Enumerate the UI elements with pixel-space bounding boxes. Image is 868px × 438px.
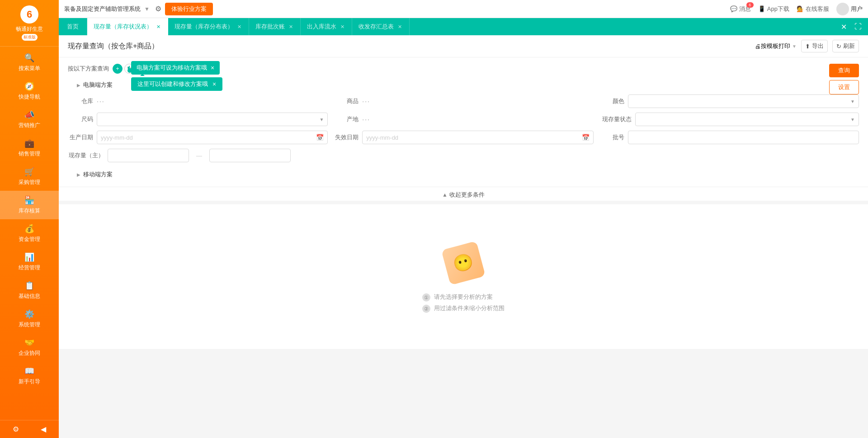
origin-dots-btn[interactable]: ··· (362, 116, 370, 123)
add-scheme-btn[interactable]: + (113, 64, 123, 74)
tab-batch-account-label: 库存批次账 (255, 23, 285, 31)
filter-field-produce-date: 生产日期 yyyy-mm-dd 📅 (68, 131, 328, 144)
scheme-tooltip-close[interactable]: × (211, 64, 214, 71)
purchase-icon: 🛒 (24, 167, 34, 177)
printer-icon: 🖨 (755, 43, 761, 50)
expire-date-start[interactable]: yyyy-mm-dd 📅 (362, 131, 593, 144)
sidebar-item-inventory[interactable]: 🏪 库存核算 (0, 191, 59, 219)
sidebar-item-system[interactable]: ⚙️ 系统管理 (0, 305, 59, 333)
tab-batch-account-close[interactable]: ✕ (288, 24, 294, 30)
tab-inout-flow[interactable]: 出入库流水 ✕ (301, 18, 352, 35)
main-content: 现存量查询（按仓库+商品） 🖨 按模板打印 ▼ ⬆ 导出 ↻ 刷新 按以下方案查… (59, 35, 868, 438)
empty-hint-num-1: ① (422, 293, 430, 301)
sidebar-item-basic[interactable]: 📋 基础信息 (0, 276, 59, 305)
sidebar-item-label: 采购管理 (19, 179, 40, 186)
tab-inventory-status-close[interactable]: ✕ (155, 24, 161, 30)
sidebar-item-label: 营销推广 (19, 122, 40, 129)
sidebar-item-guide[interactable]: 📖 新手引导 (0, 362, 59, 390)
product-label: 商品 (333, 97, 359, 105)
quantity-end-input[interactable] (209, 149, 291, 162)
sidebar-item-label: 企业协同 (19, 349, 40, 357)
settings-gear-icon[interactable]: ⚙ (155, 5, 161, 13)
sidebar-item-operation[interactable]: 📊 经营管理 (0, 248, 59, 276)
finance-icon: 💰 (24, 224, 34, 234)
sidebar-item-label: 系统管理 (19, 321, 40, 329)
scheme-mobile[interactable]: ▶ 移动端方案 (77, 169, 850, 180)
filter-header: 按以下方案查询 + ↻ ← 电脑方案可设为移动方案哦 × (68, 64, 859, 74)
refresh-btn[interactable]: ↻ 刷新 (832, 40, 859, 52)
filter-header-label: 按以下方案查询 (68, 65, 109, 73)
empty-icon-box: 😶 (441, 241, 486, 285)
warehouse-dots-btn[interactable]: ··· (97, 98, 105, 105)
scheme-desktop-label: 电脑端方案 (83, 81, 113, 89)
reset-btn[interactable]: 设置 (829, 80, 859, 94)
export-btn[interactable]: ⬆ 导出 (801, 40, 828, 52)
tabs-bar: 首页 现存量（库存状况表） ✕ 现存量（库存分布表） ✕ 库存批次账 ✕ 出入库… (59, 18, 868, 35)
tab-home[interactable]: 首页 (59, 18, 87, 35)
tab-inventory-dist[interactable]: 现存量（库存分布表） ✕ (168, 18, 249, 35)
filter-section: 按以下方案查询 + ↻ ← 电脑方案可设为移动方案哦 × 这里可以创建和修改方案… (59, 57, 868, 187)
collapse-more-btn[interactable]: ▲ 收起更多条件 (442, 191, 485, 199)
message-btn[interactable]: 💬 消息 6 (730, 5, 751, 13)
sidebar-item-enterprise[interactable]: 🤝 企业协同 (0, 333, 59, 362)
system-dropdown-btn[interactable]: ▼ (144, 6, 150, 12)
user-menu-btn[interactable]: 用户 (836, 3, 863, 15)
produce-date-start[interactable]: yyyy-mm-dd 📅 (97, 131, 328, 144)
batch-input[interactable] (628, 131, 859, 144)
filter-field-warehouse: 仓库 ··· (68, 94, 328, 108)
quantity-label: 现存量（主） (68, 151, 104, 160)
settings-footer-btn[interactable]: ⚙ (13, 425, 19, 433)
tab-inventory-dist-close[interactable]: ✕ (236, 24, 242, 30)
page-title: 现存量查询（按仓库+商品） (68, 42, 159, 51)
color-select[interactable]: ▼ (628, 94, 859, 108)
header-right: 💬 消息 6 📱 App下载 💁 在线客服 用户 (730, 3, 863, 15)
tab-inventory-dist-label: 现存量（库存分布表） (175, 23, 233, 31)
sidebar-item-quicknav[interactable]: 🧭 快捷导航 (0, 77, 59, 105)
tab-inout-flow-close[interactable]: ✕ (339, 24, 345, 30)
sidebar-item-label: 搜索菜单 (19, 65, 40, 72)
export-icon: ⬆ (805, 43, 810, 50)
filter-field-product: 商品 ··· (333, 94, 593, 108)
template-print-btn[interactable]: 🖨 按模板打印 ▼ (755, 42, 797, 50)
product-dots-btn[interactable]: ··· (362, 98, 370, 105)
fullscreen-btn[interactable]: ⛶ (852, 20, 864, 33)
sidebar-item-marketing[interactable]: 📣 营销推广 (0, 105, 59, 134)
template-print-label: 按模板打印 (761, 42, 790, 50)
tab-inventory-status[interactable]: 现存量（库存状况表） ✕ (87, 18, 168, 35)
size-select[interactable]: ▼ (97, 113, 328, 126)
tab-inout-flow-label: 出入库流水 (307, 23, 336, 31)
header: 装备及固定资产辅助管理系统 ▼ ⚙ 体验行业方案 💬 消息 6 📱 App下载 … (59, 0, 868, 18)
empty-hint-1: ① 请先选择要分析的方案 (422, 293, 505, 301)
trial-btn[interactable]: 体验行业方案 (165, 3, 213, 15)
empty-texts: ① 请先选择要分析的方案 ② 用过滤条件来缩小分析范围 (422, 293, 505, 313)
compass-icon: 🧭 (24, 81, 34, 91)
tab-recv-summary[interactable]: 收发存汇总表 ✕ (352, 18, 410, 35)
online-support-btn[interactable]: 💁 在线客服 (797, 5, 829, 13)
tab-recv-summary-close[interactable]: ✕ (396, 24, 403, 30)
app-download-label: App下载 (767, 5, 789, 13)
collapse-sidebar-btn[interactable]: ◀ (41, 425, 46, 433)
app-name: 畅通好生意 (16, 25, 43, 33)
filter-field-batch: 批号 (599, 131, 859, 144)
sidebar-item-sales[interactable]: 💼 销售管理 (0, 134, 59, 162)
sidebar-item-finance[interactable]: 💰 资金管理 (0, 219, 59, 248)
sidebar-item-purchase[interactable]: 🛒 采购管理 (0, 162, 59, 191)
sidebar-logo: 6 畅通好生意 标准版 (0, 0, 59, 47)
tab-batch-account[interactable]: 库存批次账 ✕ (249, 18, 301, 35)
sidebar-footer: ⚙ ◀ (0, 420, 59, 438)
close-all-tabs-btn[interactable]: ✕ (837, 20, 850, 33)
empty-hint-1-text: 请先选择要分析的方案 (434, 293, 493, 301)
filter-row-2: 尺码 ▼ 产地 ··· 现存量状态 ▼ (68, 113, 859, 126)
filter-field-status: 现存量状态 ▼ (599, 113, 859, 126)
quantity-start-input[interactable] (108, 149, 189, 162)
modify-tooltip-close[interactable]: × (212, 80, 216, 88)
app-download-btn[interactable]: 📱 App下载 (758, 5, 789, 13)
search-btn[interactable]: 查询 (829, 64, 859, 77)
warehouse-label: 仓库 (68, 97, 93, 105)
status-select[interactable]: ▼ (635, 113, 859, 126)
sidebar-item-label: 新手引导 (19, 378, 40, 386)
page-header: 现存量查询（按仓库+商品） 🖨 按模板打印 ▼ ⬆ 导出 ↻ 刷新 (59, 35, 868, 57)
filter-field-expire-date: 失效日期 yyyy-mm-dd 📅 (333, 131, 593, 144)
tab-home-label: 首页 (67, 23, 79, 31)
sidebar-item-search[interactable]: 🔍 搜索菜单 (0, 48, 59, 77)
